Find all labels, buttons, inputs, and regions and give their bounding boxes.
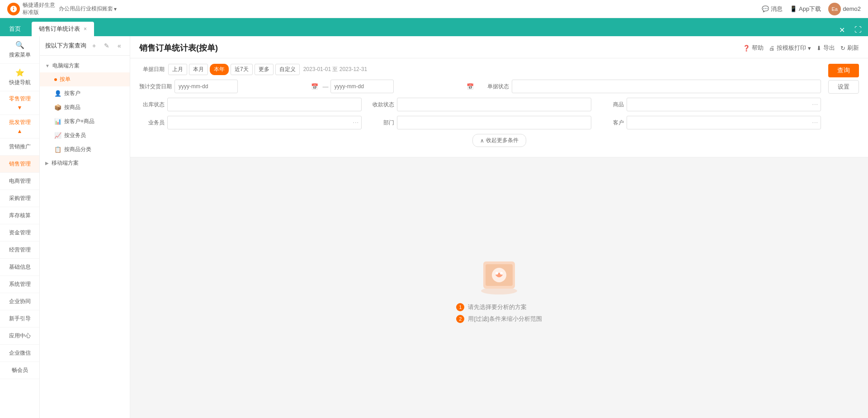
customer-ellipsis-icon[interactable]: ··· xyxy=(812,119,818,127)
marketing-label: 营销推广 xyxy=(9,143,31,151)
scheme-item-按商品分类[interactable]: 📋 按商品分类 xyxy=(40,142,130,157)
tab-close-icon[interactable]: × xyxy=(84,26,87,32)
sidebar-item-operations[interactable]: 经营管理 xyxy=(0,242,39,259)
search-icon: 🔍 xyxy=(15,41,24,49)
tab-active[interactable]: 销售订单统计表 × xyxy=(32,22,94,36)
print-icon: 🖨 xyxy=(769,45,775,52)
export-button[interactable]: ⬇ 导出 xyxy=(816,44,835,52)
salesperson-ellipsis-icon[interactable]: ··· xyxy=(353,119,359,127)
expected-date-label: 预计交货日期 xyxy=(139,83,172,90)
goods-label: 商品 xyxy=(599,101,624,109)
goods-ellipsis-icon[interactable]: ··· xyxy=(812,100,818,109)
content-wrapper: 按以下方案查询 + ✎ « ▼ 电脑端方案 按单 👤 按客户 xyxy=(40,36,868,418)
sidebar-item-marketing[interactable]: 营销推广 xyxy=(0,138,39,156)
sidebar-item-basic[interactable]: 基础信息 xyxy=(0,259,39,276)
retail-arrow-icon: ▼ xyxy=(17,104,23,111)
sidebar-item-member[interactable]: 畅会员 xyxy=(0,362,39,379)
payment-status-select[interactable] xyxy=(397,98,591,111)
customer-label: 客户 xyxy=(599,119,624,127)
collapse-button[interactable]: ∧ 收起更多条件 xyxy=(472,134,526,147)
ecommerce-label: 电商管理 xyxy=(9,177,31,185)
scheme-item-label: 按商品 xyxy=(64,104,80,111)
header-left: 畅捷通好生意 标准版 办公用品行业模拟账套 ▾ xyxy=(7,2,117,16)
sidebar-item-appcenter[interactable]: 应用中心 xyxy=(0,328,39,345)
sidebar-item-system[interactable]: 系统管理 xyxy=(0,276,39,293)
help-button[interactable]: ❓ 帮助 xyxy=(743,44,764,52)
basic-label: 基础信息 xyxy=(9,263,31,271)
template-print-button[interactable]: 🖨 按模板打印 ▾ xyxy=(769,44,811,52)
department-select[interactable] xyxy=(397,116,591,129)
scheme-list: ▼ 电脑端方案 按单 👤 按客户 📦 按商品 📊 xyxy=(40,56,130,418)
operations-label: 经营管理 xyxy=(9,246,31,254)
scheme-person-icon: 👤 xyxy=(54,90,61,97)
empty-tip-2-label: 用[过滤]条件来缩小分析范围 xyxy=(468,315,542,323)
date-btn-last-7days[interactable]: 近7天 xyxy=(231,64,253,75)
date-label: 单据日期 xyxy=(139,66,165,73)
sidebar-item-finance[interactable]: 资金管理 xyxy=(0,224,39,242)
sidebar-item-wholesale[interactable]: 批发管理 ▲ xyxy=(0,115,39,138)
query-button[interactable]: 查询 xyxy=(828,64,859,77)
add-scheme-button[interactable]: + xyxy=(89,41,99,51)
tab-expand-button[interactable]: ⛶ xyxy=(852,24,864,36)
sidebar-item-retail[interactable]: 零售管理 ▼ xyxy=(0,91,39,115)
date-btn-this-year[interactable]: 本年 xyxy=(210,64,229,75)
date-btn-more[interactable]: 更多 xyxy=(255,64,274,75)
refresh-icon: ↻ xyxy=(840,45,845,52)
scheme-item-按商品[interactable]: 📦 按商品 xyxy=(40,100,130,114)
bill-status-select[interactable] xyxy=(512,80,821,93)
scheme-item-按客户+商品[interactable]: 📊 按客户+商品 xyxy=(40,114,130,128)
app-title-dropdown[interactable]: 办公用品行业模拟账套 ▾ xyxy=(59,5,117,13)
scheme-item-按单[interactable]: 按单 xyxy=(40,72,130,86)
sidebar-item-inventory[interactable]: 库存核算 xyxy=(0,207,39,224)
mobile-scheme-group-label: 移动端方案 xyxy=(52,159,79,167)
edit-scheme-button[interactable]: ✎ xyxy=(102,41,112,51)
scheme-item-按业务员[interactable]: 📈 按业务员 xyxy=(40,128,130,142)
sidebar-item-quick-nav[interactable]: ⭐ 快捷导航 xyxy=(0,64,39,91)
scheme-salesperson-icon: 📈 xyxy=(54,132,61,139)
newuser-label: 新手引导 xyxy=(9,315,31,323)
sidebar-item-purchase[interactable]: 采购管理 xyxy=(0,190,39,207)
message-label: 消息 xyxy=(771,5,783,13)
collapse-panel-button[interactable]: « xyxy=(114,41,124,51)
sidebar-item-sales[interactable]: 销售管理 xyxy=(0,156,39,173)
scheme-category-icon: 📋 xyxy=(54,146,61,153)
settings-button[interactable]: 设置 xyxy=(828,80,859,94)
tab-minimize-button[interactable]: ✕ xyxy=(835,24,848,36)
sidebar-item-search[interactable]: 🔍 搜索菜单 xyxy=(0,36,39,64)
date-btn-custom[interactable]: 自定义 xyxy=(275,64,300,75)
mobile-group-arrow-icon: ▶ xyxy=(45,161,49,166)
date-btn-last-month[interactable]: 上月 xyxy=(168,64,187,75)
delivery-status-label: 出库状态 xyxy=(139,101,165,109)
left-panel-title: 按以下方案查询 xyxy=(45,42,86,50)
sidebar-item-quick-nav-label: 快捷导航 xyxy=(9,79,31,86)
sidebar-item-enterprise[interactable]: 企业协同 xyxy=(0,293,39,310)
pc-scheme-group[interactable]: ▼ 电脑端方案 xyxy=(40,59,130,72)
scheme-item-按客户[interactable]: 👤 按客户 xyxy=(40,86,130,100)
sidebar-item-newuser[interactable]: 新手引导 xyxy=(0,310,39,328)
message-action[interactable]: 💬 消息 xyxy=(762,5,783,13)
tab-home[interactable]: 首页 xyxy=(0,22,30,36)
customer-input[interactable] xyxy=(627,116,821,129)
mobile-scheme-group[interactable]: ▶ 移动端方案 xyxy=(40,157,130,170)
delivery-status-select[interactable] xyxy=(167,98,362,111)
logo-text: 畅捷通好生意 标准版 xyxy=(23,2,55,16)
svg-point-5 xyxy=(500,272,503,275)
date-btn-this-month[interactable]: 本月 xyxy=(189,64,208,75)
bill-status-label: 单据状态 xyxy=(484,83,509,90)
date-separator: — xyxy=(323,83,329,90)
app-download-label: App下载 xyxy=(799,5,821,13)
expected-date-end-input[interactable] xyxy=(330,80,394,93)
app-download-action[interactable]: 📱 App下载 xyxy=(790,5,821,13)
refresh-button[interactable]: ↻ 刷新 xyxy=(840,44,859,52)
expected-date-start-input[interactable] xyxy=(175,80,238,93)
payment-status-label: 收款状态 xyxy=(369,101,394,109)
goods-input[interactable] xyxy=(627,98,821,111)
sidebar-item-ecommerce[interactable]: 电商管理 xyxy=(0,173,39,190)
sidebar-item-corpwechat[interactable]: 企业微信 xyxy=(0,345,39,362)
system-label: 系统管理 xyxy=(9,280,31,288)
user-action[interactable]: Ea demo2 xyxy=(828,3,861,15)
refresh-label: 刷新 xyxy=(847,44,859,52)
inventory-label: 库存核算 xyxy=(9,212,31,219)
scheme-item-label: 按业务员 xyxy=(64,132,86,139)
salesperson-input[interactable] xyxy=(167,116,362,129)
